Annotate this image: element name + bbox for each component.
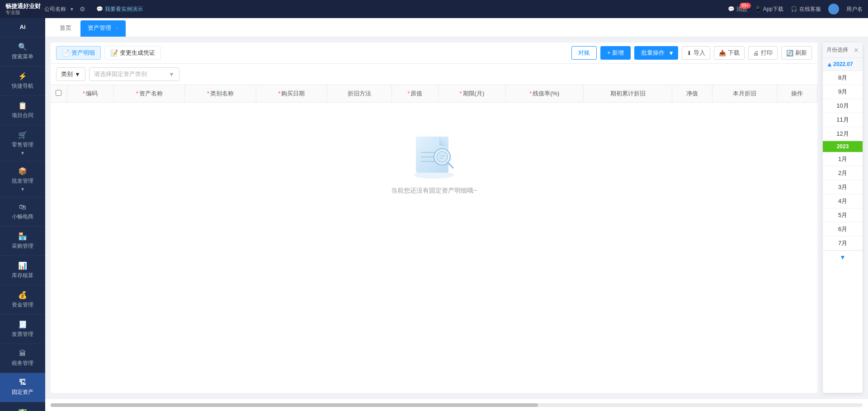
sidebar-item-shortcut[interactable]: ⚡ 快捷导航 [0,66,45,96]
shortcut-icon: ⚡ [18,72,27,80]
month-item[interactable]: 3月 [823,180,863,194]
sidebar-item-retail[interactable]: 🛒 零售管理 ▼ [0,125,45,161]
table-header-checkbox[interactable] [51,85,67,103]
month-item[interactable]: 9月 [823,85,863,99]
import-icon: ⬇ [687,50,692,57]
month-item[interactable]: 11月 [823,113,863,127]
message-badge: 99+ [740,3,751,9]
month-panel-close-icon[interactable]: ✕ [854,47,859,54]
purchase-icon: 🏪 [18,232,27,241]
sidebar-logo: Ai [0,18,45,37]
empty-state: 当前您还没有固定资产明细哦~ [51,103,817,222]
category-filter-select[interactable]: 类别 ▼ [56,67,85,81]
month-item[interactable]: 12月 [823,127,863,141]
month-down-arrow[interactable]: ▼ [840,254,846,261]
tab-close-icon[interactable]: × [116,25,118,31]
demo-link[interactable]: 💬 我要看实例演示 [96,5,143,13]
sidebar-item-fund[interactable]: 💰 资金管理 [0,285,45,315]
month-item[interactable]: 10月 [823,99,863,113]
tab-asset-management[interactable]: 资产管理 × [80,20,126,37]
sidebar-item-project[interactable]: 📋 项目合同 [0,96,45,125]
tab-home[interactable]: 首页 [52,20,79,37]
sidebar-item-inventory[interactable]: 📊 库存核算 [0,256,45,285]
table-header-operation: 操作 [777,85,817,103]
month-list: 8月9月10月11月12月20231月2月3月4月5月6月7月 [823,71,863,250]
select-all-checkbox[interactable] [56,90,61,96]
search-icon: 🔍 [18,43,27,51]
top-bar-left: 畅捷通好业财 专业版 公司名称 ▼ ⚙ 💬 我要看实例演示 [5,3,728,16]
match-button[interactable]: 对账 [571,46,597,60]
change-voucher-icon: 📝 [110,49,118,57]
table-header-depreciation-method: 折旧方法 [327,85,392,103]
table-header-code: *编码 [67,85,114,103]
month-item[interactable]: 7月 [823,236,863,250]
sidebar-item-invoice[interactable]: 🧾 发票管理 [0,315,45,344]
table-header-period: *期限(月) [439,85,505,103]
salary-icon: 💵 [18,407,27,411]
month-panel-title: 月份选择 [826,46,848,54]
tax-icon: 🏛 [19,350,26,358]
refresh-button[interactable]: 🔄 刷新 [781,46,812,60]
print-button[interactable]: 🖨 打印 [748,46,778,60]
asset-icon: 🏗 [19,378,26,387]
refresh-icon: 🔄 [786,50,793,57]
import-button[interactable]: ⬇ 导入 [682,46,710,60]
month-item[interactable]: 6月 [823,222,863,236]
month-item[interactable]: 1月 [823,152,863,166]
customer-service-action[interactable]: 🎧 在线客服 [791,5,821,13]
sidebar: Ai 🔍 搜索菜单 ⚡ 快捷导航 📋 项目合同 🛒 零售管理 ▼ 📦 批发管理 … [0,18,45,411]
batch-button[interactable]: 批量操作 ▼ [634,46,678,60]
sidebar-logo-text: Ai [4,24,42,31]
table-container: *编码 *资产名称 *类别名称 *购买日期 折旧方法 *原值 *期限(月) *残… [51,85,817,393]
download-icon: 📥 [719,50,726,57]
wholesale-expand-arrow: ▼ [20,187,25,192]
invoice-icon: 🧾 [18,320,27,329]
svg-point-7 [437,151,448,162]
category-filter-input[interactable]: 请选择固定资产类别 ▼ [89,67,179,81]
sidebar-item-wholesale[interactable]: 📦 批发管理 ▼ [0,161,45,198]
download-button[interactable]: 📥 下载 [714,46,745,60]
message-action[interactable]: 💬 消息 99+ [728,5,747,13]
month-item[interactable]: 5月 [823,208,863,222]
top-bar: 畅捷通好业财 专业版 公司名称 ▼ ⚙ 💬 我要看实例演示 💬 消息 99+ 📱… [0,0,868,18]
sub-tab-asset-detail[interactable]: 📄 资产明细 [56,46,101,60]
month-item[interactable]: 2023 [823,141,863,152]
sub-tab-change-voucher[interactable]: 📝 变更生成凭证 [104,46,161,60]
sidebar-item-asset[interactable]: 🏗 固定资产 [0,373,45,402]
app-edition: 专业版 [5,9,41,15]
settings-icon[interactable]: ⚙ [80,5,85,13]
filter-bar: 类别 ▼ 请选择固定资产类别 ▼ [51,64,817,85]
user-name: 用户名 [846,5,863,13]
main-layout: Ai 🔍 搜索菜单 ⚡ 快捷导航 📋 项目合同 🛒 零售管理 ▼ 📦 批发管理 … [0,18,868,411]
print-icon: 🖨 [753,50,759,57]
batch-dropdown-arrow: ▼ [668,50,674,57]
sidebar-item-search[interactable]: 🔍 搜索菜单 [0,37,45,66]
top-bar-right: 💬 消息 99+ 📱 App下载 🎧 在线客服 用户名 [728,4,863,14]
content-area: 首页 资产管理 × 📄 资产明细 📝 变更生成凭证 [45,18,868,411]
month-up-arrow[interactable]: ▲ [826,61,833,68]
sidebar-item-ecommerce[interactable]: 🛍 小畅电商 [0,198,45,227]
avatar[interactable] [828,4,839,14]
wholesale-icon: 📦 [18,167,27,175]
company-name: 公司名称 [44,5,66,13]
company-dropdown-arrow[interactable]: ▼ [70,7,74,12]
add-button[interactable]: + 新增 [600,46,631,60]
app-download-action[interactable]: 📱 App下载 [755,5,783,13]
sub-tabs: 📄 资产明细 📝 变更生成凭证 对账 + 新增 批量操 [51,43,817,64]
table-header-monthly-depreciation: 本月折旧 [712,85,777,103]
download-icon: 📱 [755,6,761,12]
table-header-residual-rate: *残值率(%) [505,85,583,103]
bottom-bar [45,398,868,411]
month-item[interactable]: 2月 [823,166,863,180]
headset-icon: 🎧 [791,6,797,12]
table-header-purchase-date: *购买日期 [256,85,327,103]
month-panel-header: 月份选择 ✕ [823,43,863,58]
sidebar-item-tax[interactable]: 🏛 税务管理 [0,344,45,373]
project-icon: 📋 [18,101,27,110]
sidebar-item-salary[interactable]: 💵 工资 [0,402,45,411]
month-item[interactable]: 4月 [823,194,863,208]
month-item[interactable]: 8月 [823,71,863,85]
empty-illustration [402,130,466,180]
current-period-display: 2022.07 [833,61,853,67]
sidebar-item-purchase[interactable]: 🏪 采购管理 [0,227,45,256]
